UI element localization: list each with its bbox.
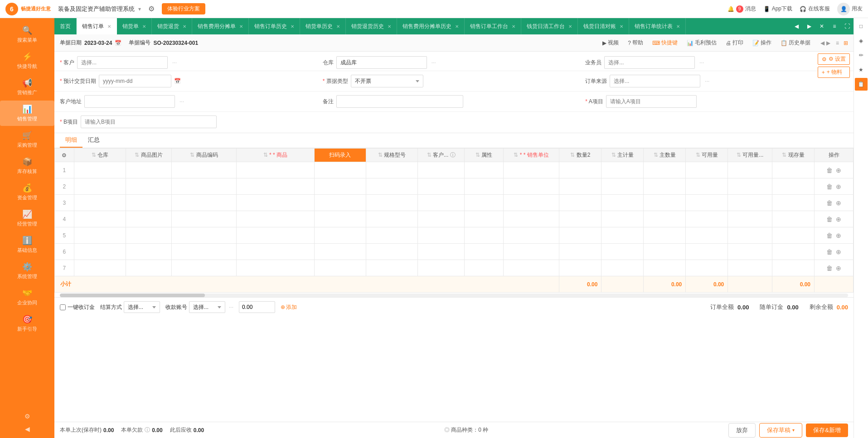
right-tool-expand[interactable]: □ [855,20,868,33]
video-btn[interactable]: ▶ 视频 [600,38,621,48]
sidebar-item-system[interactable]: ⚙️ 系统管理 [0,258,54,284]
row7-spec[interactable] [366,260,418,276]
salesperson-input[interactable] [604,56,695,69]
tab-sales-expense[interactable]: 销售费用分摊单 ✕ [192,18,249,34]
row6-copy-btn[interactable]: ⊕ [835,247,842,256]
help-btn[interactable]: ? 帮助 [625,38,646,48]
sidebar-item-quicknav[interactable]: ⚡ 快捷导航 [0,48,54,73]
delivery-date-input[interactable] [99,75,171,87]
sidebar-item-inventory[interactable]: 📦 库存核算 [0,153,54,178]
row5-product[interactable] [236,227,314,244]
close-sales-invoice-tab[interactable]: ✕ [142,24,146,29]
row7-sales-unit[interactable] [503,260,559,276]
date-picker-icon[interactable]: 📅 [174,78,181,84]
tab-invoice-history[interactable]: 销货单历史 ✕ [300,18,346,34]
tab-sales-order-history[interactable]: 销售订单历史 ✕ [249,18,300,34]
sidebar-item-finance[interactable]: 💰 资金管理 [0,179,54,205]
tab-return-history[interactable]: 销货退货历史 ✕ [346,18,397,34]
row6-warehouse[interactable] [74,244,126,260]
tab-sales-order[interactable]: 销售订单 ✕ [77,18,117,34]
tab-sales-invoice[interactable]: 销货单 ✕ [117,18,152,34]
row1-main-qty[interactable] [644,162,686,178]
close-tab-6[interactable]: ✕ [336,24,340,29]
row2-spec[interactable] [366,178,418,195]
row5-spec[interactable] [366,227,418,244]
warehouse-more-btn[interactable]: ··· [432,59,436,66]
row2-code[interactable] [171,178,236,195]
row2-product[interactable] [236,178,314,195]
calendar-icon[interactable]: 📅 [115,40,121,46]
right-tool-clipboard[interactable]: 📋 [855,78,868,91]
close-tab-7[interactable]: ✕ [388,24,391,29]
pay-method-select[interactable]: 选择... [124,301,160,313]
tab-order-workbench[interactable]: 销售订单工作台 ✕ [465,18,521,34]
discard-btn[interactable]: 放弃 [728,423,756,438]
row3-product[interactable] [236,195,314,211]
row5-warehouse[interactable] [74,227,126,244]
row4-code[interactable] [171,211,236,227]
sidebar-item-marketing[interactable]: 📢 营销推广 [0,74,54,100]
row7-delete-btn[interactable]: 🗑 [825,264,834,273]
sidebar-item-collab[interactable]: 🤝 企业协同 [0,284,54,310]
arrears-info-icon[interactable]: ⓘ [145,426,150,434]
account-select[interactable]: 选择... [189,301,225,313]
collapse-icon[interactable]: ⚙ [23,411,32,422]
goods-count-icon[interactable]: ◎ [444,427,450,433]
row7-attribute[interactable] [465,260,504,276]
close-tab-9[interactable]: ✕ [512,24,515,29]
tab-expense-history[interactable]: 销售费用分摊单历史 ✕ [397,18,465,34]
row6-sales-unit[interactable] [503,244,559,260]
sidebar-item-sales[interactable]: 📊 销售管理 [0,101,54,126]
deposit-amount-input[interactable] [239,301,275,313]
row6-code[interactable] [171,244,236,260]
next-record-btn[interactable]: ▶ [826,40,830,46]
tab-more-btn[interactable]: ≡ [828,20,841,33]
system-dropdown-icon[interactable]: ▾ [138,6,141,12]
save-draft-chevron-icon[interactable]: ▾ [792,428,795,433]
project-a-input[interactable] [606,95,697,108]
column-settings-btn[interactable]: ⚙ ⚙ 设置 [818,53,850,65]
right-tool-edit[interactable]: ✏ [855,49,868,62]
row7-main-qty[interactable] [644,260,686,276]
row1-product[interactable] [236,162,314,178]
row3-sales-unit[interactable] [503,195,559,211]
row5-copy-btn[interactable]: ⊕ [835,231,842,240]
row6-qty2[interactable] [559,244,601,260]
close-sales-expense-tab[interactable]: ✕ [239,24,243,29]
deposit-checkbox-label[interactable]: 一键收订金 [60,303,95,311]
row6-customer-code[interactable] [418,244,465,260]
row1-spec[interactable] [366,162,418,178]
tab-prev-btn[interactable]: ◀ [790,20,803,33]
row2-main-qty[interactable] [644,178,686,195]
row3-copy-btn[interactable]: ⊕ [835,198,842,207]
tab-summary[interactable]: 汇总 [82,133,105,148]
app-download-nav[interactable]: 📱 App下载 [763,5,792,13]
row1-delete-btn[interactable]: 🗑 [825,166,834,175]
invoice-type-select[interactable]: 不开票 增值税专用发票 普通发票 [351,75,423,87]
tab-maximize-btn[interactable]: ⛶ [841,20,853,33]
sidebar-item-operations[interactable]: 📈 经营管理 [0,206,54,231]
row3-attribute[interactable] [465,195,504,211]
tab-detail[interactable]: 明细 [60,133,82,148]
row3-qty2[interactable] [559,195,601,211]
row7-product[interactable] [236,260,314,276]
tab-daily-clear[interactable]: 钱货日清工作台 ✕ [521,18,578,34]
row7-copy-btn[interactable]: ⊕ [835,264,842,273]
tab-close-btn[interactable]: ✕ [815,20,828,33]
row6-product[interactable] [236,244,314,260]
prev-record-btn[interactable]: ◀ [820,40,824,46]
row6-delete-btn[interactable]: 🗑 [825,247,834,256]
row2-delete-btn[interactable]: 🗑 [825,182,834,191]
settings-icon[interactable]: ⚙ [148,5,155,13]
row4-main-qty[interactable] [644,211,686,227]
row2-warehouse[interactable] [74,178,126,195]
row4-customer-code[interactable] [418,211,465,227]
row4-qty2[interactable] [559,211,601,227]
save-draft-btn[interactable]: 保存草稿 ▾ [759,423,802,438]
address-more-btn[interactable]: ··· [179,98,184,105]
row5-main-qty[interactable] [644,227,686,244]
salesperson-more-btn[interactable]: ··· [699,59,704,66]
row4-warehouse[interactable] [74,211,126,227]
operation-btn[interactable]: 📝 操作 [750,38,774,48]
customer-address-input[interactable] [84,95,175,108]
